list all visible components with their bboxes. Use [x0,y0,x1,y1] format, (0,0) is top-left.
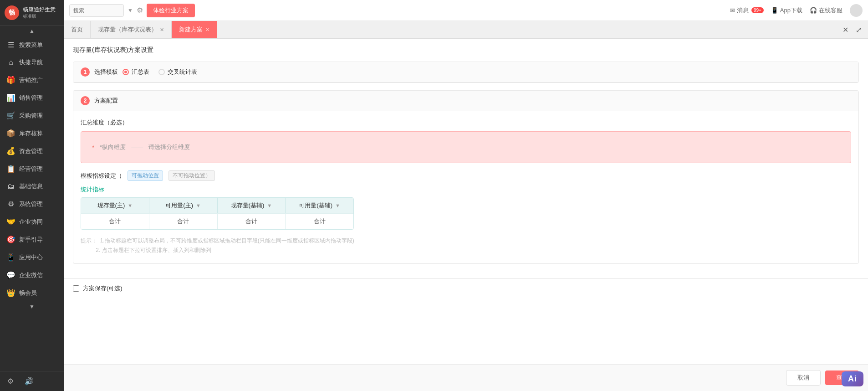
non-draggable-badge: 不可拖动位置） [168,170,215,181]
search-input[interactable] [69,4,124,17]
sidebar-item-system[interactable]: ⚙ 系统管理 [0,195,64,213]
dim-separator: —— [131,144,143,151]
stat-col-0-label: 现存量(主) [97,201,125,210]
stat-cell-2: 合计 [218,214,286,229]
chevron-down-icon[interactable]: ▼ [128,7,133,14]
tab-inventory-label: 现存量（库存状况表） [98,26,157,34]
content-inner: 现存量(库存状况表)方案设置 1 选择模板 汇总表 交叉统计表 [64,39,868,278]
stat-col-0[interactable]: 现存量(主) ▼ [81,198,149,213]
sidebar-item-quick-nav[interactable]: ⌂ 快捷导航 [0,54,64,71]
sidebar-item-search-menu[interactable]: ☰ 搜索菜单 [0,36,64,54]
industry-btn[interactable]: 体验行业方案 [147,4,195,17]
headset-icon: 🎧 [810,7,817,14]
sidebar-item-label: 系统管理 [19,200,43,208]
radio-summary[interactable]: 汇总表 [123,68,149,76]
stat-table: 现存量(主) ▼ 可用量(主) ▼ 现存量(基辅) ▼ [81,197,354,230]
online-service-btn[interactable]: 🎧 在线客服 [810,6,842,15]
app-edition: 标准版 [23,13,56,19]
inventory-icon: 📦 [6,129,15,138]
step1-section: 1 选择模板 汇总表 交叉统计表 [73,62,859,83]
step1-title: 选择模板 [94,68,118,76]
scroll-up-btn[interactable]: ▲ [0,26,64,36]
sidebar-item-management[interactable]: 📋 经营管理 [0,160,64,178]
management-icon: 📋 [6,165,15,173]
tab-inventory[interactable]: 现存量（库存状况表） ✕ [91,21,172,38]
online-service-label: 在线客服 [819,6,842,15]
sidebar-item-member[interactable]: 👑 畅会员 [0,284,64,302]
radio-cross-circle [158,69,165,75]
template-radio-group: 汇总表 交叉统计表 [123,68,197,76]
dim-placeholder-text: 请选择分组维度 [148,143,190,151]
sidebar-item-marketing[interactable]: 🎁 营销推广 [0,71,64,89]
stat-col-3[interactable]: 可用量(基辅) ▼ [286,198,353,213]
main-area: ▼ ⚙ 体验行业方案 ✉ 消息 99+ 📱 App下载 🎧 在线客服 首页 [64,0,868,391]
chevron-down-icon-1[interactable]: ▼ [196,203,201,208]
system-icon: ⚙ [6,200,15,208]
tab-home[interactable]: 首页 [64,21,91,38]
dimension-box[interactable]: * *纵向维度 —— 请选择分组维度 [81,131,851,163]
sidebar-bottom: ⚙ 🔊 [0,371,64,391]
avatar[interactable] [850,4,863,17]
sidebar-item-label: 营销推广 [19,76,43,84]
sidebar-item-label: 企业微信 [19,271,43,279]
tab-inventory-close[interactable]: ✕ [160,27,164,33]
sidebar-item-purchase[interactable]: 🛒 采购管理 [0,107,64,124]
tab-close-btn[interactable]: ✕ [840,25,851,35]
enterprise-icon: 🤝 [6,217,15,226]
tab-expand-btn[interactable]: ⤢ [853,25,864,35]
step2-header: 2 方案配置 [73,91,858,111]
sidebar-item-label: 采购管理 [19,112,43,120]
sidebar-item-enterprise[interactable]: 🤝 企业协同 [0,213,64,231]
settings-icon[interactable]: ⚙ [137,6,143,15]
step2-num: 2 [81,96,90,105]
app-center-icon: 📱 [6,253,15,262]
stat-cell-3: 合计 [286,214,353,229]
sound-btn[interactable]: 🔊 [21,375,37,387]
save-row: 方案保存(可选) [64,278,868,298]
sidebar-item-basic-info[interactable]: 🗂 基础信息 [0,178,64,195]
message-badge: 99+ [751,7,764,13]
topbar-right: ✉ 消息 99+ 📱 App下载 🎧 在线客服 [730,4,863,17]
message-icon: ✉ [730,7,735,14]
stat-table-header: 现存量(主) ▼ 可用量(主) ▼ 现存量(基辅) ▼ [81,198,353,213]
cancel-button[interactable]: 取消 [786,370,821,386]
sidebar-item-finance[interactable]: 💰 资金管理 [0,142,64,160]
stat-col-2-label: 现存量(基辅) [231,201,265,210]
dimension-label: 汇总维度（必选） [81,118,851,127]
tips-item-0: 提示： 1.拖动标题栏可以调整布局，不可跨维度或指标区域拖动栏目字段(只能在同一… [81,237,851,245]
chevron-down-icon-0[interactable]: ▼ [128,203,133,208]
settings-btn[interactable]: ⚙ [4,375,17,387]
dimension-placeholder: * *纵向维度 —— 请选择分组维度 [92,143,190,151]
radio-cross[interactable]: 交叉统计表 [158,68,197,76]
tab-new-plan-close[interactable]: ✕ [205,27,209,33]
stat-col-2[interactable]: 现存量(基辅) ▼ [218,198,286,213]
save-label: 方案保存(可选) [83,284,123,293]
sidebar-item-newcomer[interactable]: 🎯 新手引导 [0,231,64,248]
logo-icon: 畅 [5,5,19,20]
stat-col-3-label: 可用量(基辅) [299,201,332,210]
sidebar: 畅 畅康通好生意 标准版 ▲ ☰ 搜索菜单 ⌂ 快捷导航 🎁 营销推广 📊 销售… [0,0,64,391]
sidebar-item-inventory[interactable]: 📦 库存核算 [0,124,64,142]
tabs-bar: 首页 现存量（库存状况表） ✕ 新建方案 ✕ ✕ ⤢ [64,21,868,39]
sidebar-item-label: 搜索菜单 [19,41,43,49]
sidebar-item-sales[interactable]: 📊 销售管理 [0,89,64,107]
ai-badge[interactable]: Ai [842,371,863,386]
app-download-btn[interactable]: 📱 App下载 [771,6,802,15]
search-menu-icon: ☰ [6,41,15,49]
indicator-settings: 模板指标设定（ 可拖动位置 不可拖动位置） [81,170,851,181]
scroll-down-btn[interactable]: ▼ [0,302,64,312]
chevron-down-icon-3[interactable]: ▼ [335,203,340,208]
tips: 提示： 1.拖动标题栏可以调整布局，不可跨维度或指标区域拖动栏目字段(只能在同一… [81,237,851,254]
chevron-down-icon-2[interactable]: ▼ [267,203,272,208]
sidebar-item-wechat[interactable]: 💬 企业微信 [0,266,64,284]
topbar-left: ▼ ⚙ 体验行业方案 [69,4,726,17]
message-btn[interactable]: ✉ 消息 99+ [730,6,764,15]
save-checkbox[interactable] [73,285,79,292]
stat-col-1[interactable]: 可用量(主) ▼ [149,198,218,213]
radio-summary-circle [123,69,129,75]
step2-title: 方案配置 [94,97,118,105]
sidebar-item-label: 销售管理 [19,94,43,102]
sidebar-item-app-center[interactable]: 📱 应用中心 [0,248,64,266]
required-star: * [92,144,94,151]
tab-new-plan[interactable]: 新建方案 ✕ [172,21,217,38]
